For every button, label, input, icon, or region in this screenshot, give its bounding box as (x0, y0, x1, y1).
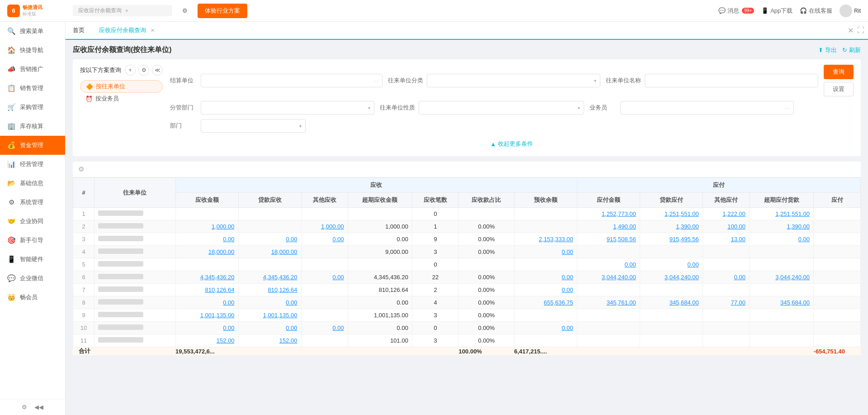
sidebar-item-hardware[interactable]: 📱 智能硬件 (0, 250, 65, 269)
sidebar-item-label: 系统管理 (20, 198, 43, 206)
filter-field-partner-name: 往来单位名称 (606, 74, 818, 87)
table-row: 30.000.000.000.0090.00%2,153,333.00915,5… (73, 233, 861, 246)
filter-row-2: 分管部门 ▾ 往来单位性质 ▾ (170, 101, 854, 114)
table-settings-icon[interactable]: ⚙ (78, 165, 84, 173)
sidebar-item-purchase[interactable]: 🛒 采购管理 (0, 98, 65, 117)
sidebar-item-collab[interactable]: 🤝 企业协同 (0, 212, 65, 231)
search-icon: 🔍 (7, 27, 15, 35)
chevron-down-icon: ▾ (594, 78, 596, 83)
download-icon: 📱 (761, 7, 769, 14)
purchase-icon: 🛒 (7, 103, 15, 111)
filter-option-salesperson[interactable]: ⏰ 按业务员 (80, 93, 163, 105)
col-header-ar-loan: 贷款应收 (238, 193, 301, 208)
sidebar-item-inventory[interactable]: 🏢 库存核算 (0, 117, 65, 136)
sidebar-item-basic[interactable]: 📂 基础信息 (0, 174, 65, 193)
user-area[interactable]: Rit (840, 5, 861, 17)
settlement-unit-input[interactable]: ··· (201, 74, 382, 87)
add-scheme-button[interactable]: + (125, 65, 136, 76)
sidebar-item-system[interactable]: ⚙ 系统管理 (0, 193, 65, 212)
finance-icon: 💰 (7, 141, 15, 149)
sidebar-item-quick-nav[interactable]: 🏠 快捷导航 (0, 41, 65, 60)
tab-close-all-icon[interactable]: ✕ (848, 26, 854, 35)
tab-maximize-icon[interactable]: ⛶ (857, 26, 864, 34)
sidebar-item-member[interactable]: 👑 畅会员 (0, 288, 65, 307)
table-row: 80.000.000.0040.00%655,636.75345,761.003… (73, 296, 861, 309)
sidebar-item-sales[interactable]: 📋 销售管理 (0, 79, 65, 98)
app-download-button[interactable]: 📱 App下载 (761, 7, 793, 15)
sidebar-item-label: 采购管理 (20, 103, 43, 111)
collab-icon: 🤝 (7, 217, 15, 225)
sidebar-item-guide[interactable]: 🎯 新手引导 (0, 231, 65, 250)
page-actions: ⬆ 导出 ↻ 刷新 (818, 46, 861, 54)
table-wrap: # 往来单位 应收 应付 应收金额 贷款应收 其他应收 超期应收金额 应收笔数 … (73, 177, 861, 355)
col-group-receivable: 应收 (175, 178, 577, 193)
partner-name-input[interactable] (645, 74, 818, 87)
salesperson-input[interactable]: ··· (620, 101, 794, 114)
col-header-ar-amount: 应收金额 (175, 193, 238, 208)
sidebar-collapse-icon[interactable]: ◀◀ (34, 404, 43, 410)
edit-scheme-button[interactable]: ⚙ (138, 65, 149, 76)
table-row: 100.000.000.000.0000.00%0.00 (73, 322, 861, 334)
dept-manager-input[interactable]: ▾ (201, 101, 374, 114)
footer-ap-total: -654,751.40 (814, 347, 861, 356)
collapse-row: ▲ 收起更多条件 (170, 137, 854, 151)
sidebar: 🔍 搜索菜单 🏠 快捷导航 📣 营销推广 📋 销售管理 🛒 采购管理 🏢 库存核… (0, 22, 66, 415)
sidebar-item-label: 智能硬件 (20, 255, 43, 263)
filter-field-dept-manager: 分管部门 ▾ (170, 101, 374, 114)
solution-button[interactable]: 体验行业方案 (198, 4, 247, 18)
table-row: 11152.00152.00101.0030.00% (73, 334, 861, 347)
breadcrumb-text: 应收应付余额查询 (78, 7, 122, 14)
table-row: 64,345,436.204,345,436.200.004,345,436.2… (73, 271, 861, 284)
refresh-icon: ↻ (842, 47, 847, 53)
home-icon: 🏠 (7, 46, 15, 54)
tab-home[interactable]: 首页 (66, 22, 92, 40)
sidebar-item-search-menu[interactable]: 🔍 搜索菜单 (0, 22, 65, 41)
footer-ar-total[interactable]: 19,553,472,6... (175, 347, 238, 356)
header-settings-button[interactable]: ⚙ (178, 4, 192, 18)
filter-scheme-label-row: 按以下方案查询 + ⚙ ≪ (80, 65, 163, 76)
partner-cell (94, 233, 176, 246)
collapse-button[interactable]: ▲ 收起更多条件 (491, 137, 533, 151)
tab-arbalance[interactable]: 应收应付余额查询 ✕ (92, 22, 162, 40)
sidebar-item-finance[interactable]: 💰 资金管理 (0, 136, 65, 155)
data-table: # 往来单位 应收 应付 应收金额 贷款应收 其他应收 超期应收金额 应收笔数 … (73, 177, 861, 355)
partner-nature-input[interactable]: ▾ (419, 101, 584, 114)
tab-close-icon[interactable]: ✕ (151, 28, 155, 33)
logo-area: 6 畅捷通讯 标准版 (7, 4, 73, 17)
partner-category-input[interactable]: ▾ (427, 74, 600, 87)
collapse-scheme-button[interactable]: ≪ (152, 65, 163, 76)
col-group-payable: 应付 (577, 178, 860, 193)
sidebar-item-label: 销售管理 (20, 84, 43, 92)
sidebar-item-label: 企业微信 (20, 274, 43, 282)
sidebar-item-label: 库存核算 (20, 122, 43, 130)
message-button[interactable]: 💬 消息 99+ (718, 7, 754, 15)
sidebar-item-label: 快捷导航 (20, 46, 43, 54)
settings-button[interactable]: 设置 (824, 82, 854, 96)
table-row: 7810,126.64810,126.64810,126.6420.00%0.0… (73, 284, 861, 296)
query-button[interactable]: 查询 (824, 65, 854, 79)
filter-option-partner[interactable]: 🔶 按往来单位 (80, 80, 163, 93)
partner-cell (94, 334, 176, 347)
dots-icon: ··· (373, 77, 378, 84)
partner-cell (94, 296, 176, 309)
sidebar-item-label: 基础信息 (20, 179, 43, 187)
dept-input[interactable]: ▾ (201, 119, 306, 133)
sidebar-settings-icon[interactable]: ⚙ (22, 404, 27, 410)
export-icon: ⬆ (818, 47, 823, 53)
export-button[interactable]: ⬆ 导出 (818, 46, 837, 54)
filter-field-partner-nature: 往来单位性质 ▾ (380, 101, 584, 114)
sidebar-bottom: ⚙ ◀◀ (0, 399, 65, 415)
user-name: Rit (854, 8, 861, 14)
refresh-button[interactable]: ↻ 刷新 (842, 46, 861, 54)
hardware-icon: 📱 (7, 255, 15, 263)
col-header-ar-other: 其他应收 (301, 193, 348, 208)
sidebar-item-operation[interactable]: 📊 经营管理 (0, 155, 65, 174)
tab-bar: 首页 应收应付余额查询 ✕ ✕ ⛶ (66, 22, 868, 40)
footer-ar-prepay[interactable]: 6,417,215.... (514, 347, 577, 356)
sidebar-item-wechat[interactable]: 💬 企业微信 (0, 269, 65, 288)
partner-cell (94, 208, 176, 220)
col-header-partner: 往来单位 (94, 178, 176, 208)
online-service-button[interactable]: 🎧 在线客服 (800, 7, 832, 15)
sidebar-item-marketing[interactable]: 📣 营销推广 (0, 60, 65, 79)
breadcrumb-area: 应收应付余额查询 ▾ (73, 5, 172, 16)
